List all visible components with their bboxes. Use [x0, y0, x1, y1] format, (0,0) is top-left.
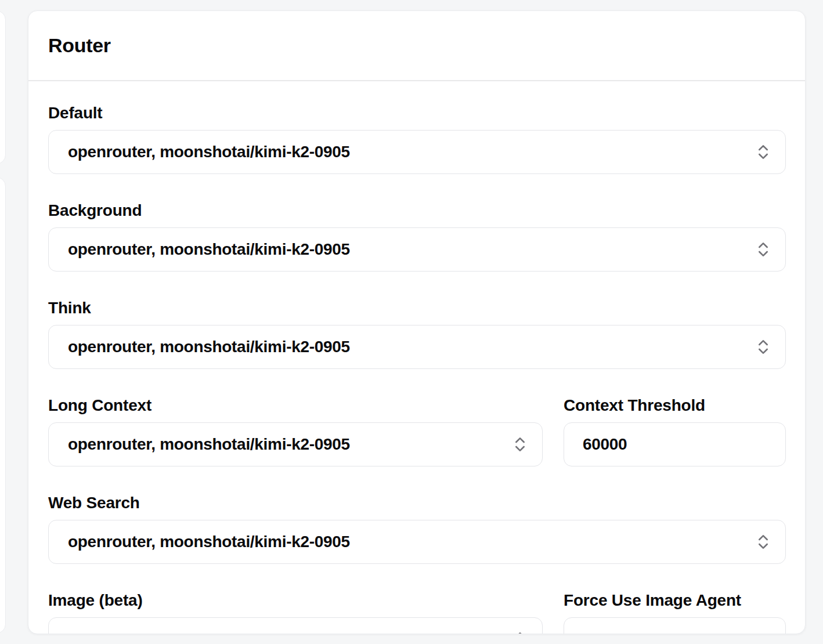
chevrons-up-down-icon [754, 533, 773, 551]
card-content: Default openrouter, moonshotai/kimi-k2-0… [28, 81, 805, 634]
router-settings-card: Router Default openrouter, moonshotai/ki… [28, 10, 806, 634]
think-label: Think [48, 298, 786, 318]
think-model-select[interactable]: openrouter, moonshotai/kimi-k2-0905 [48, 325, 786, 369]
default-model-value: openrouter, moonshotai/kimi-k2-0905 [68, 143, 350, 161]
field-group-think: Think openrouter, moonshotai/kimi-k2-090… [48, 298, 786, 369]
field-group-image: Image (beta) [48, 591, 543, 634]
card-header: Router [28, 11, 805, 81]
force-use-image-agent-select[interactable] [564, 617, 786, 634]
long-context-label: Long Context [48, 396, 543, 415]
web-search-model-value: openrouter, moonshotai/kimi-k2-0905 [68, 533, 350, 551]
background-model-value: openrouter, moonshotai/kimi-k2-0905 [68, 240, 350, 259]
partial-card-left-bottom [0, 177, 6, 634]
long-context-model-select[interactable]: openrouter, moonshotai/kimi-k2-0905 [48, 422, 543, 466]
background-label: Background [48, 201, 786, 220]
field-row-image: Image (beta) Force Use Image Agent [48, 591, 786, 634]
long-context-model-value: openrouter, moonshotai/kimi-k2-0905 [68, 435, 350, 454]
field-group-web-search: Web Search openrouter, moonshotai/kimi-k… [48, 493, 786, 564]
field-row-long-context: Long Context openrouter, moonshotai/kimi… [48, 396, 786, 466]
image-model-select[interactable] [48, 617, 543, 634]
background-model-select[interactable]: openrouter, moonshotai/kimi-k2-0905 [48, 227, 786, 272]
field-group-default: Default openrouter, moonshotai/kimi-k2-0… [48, 103, 786, 174]
page-title: Router [48, 34, 111, 57]
context-threshold-label: Context Threshold [564, 396, 786, 415]
web-search-label: Web Search [48, 493, 786, 513]
page: Router Default openrouter, moonshotai/ki… [0, 0, 823, 644]
image-label: Image (beta) [48, 591, 543, 610]
field-group-background: Background openrouter, moonshotai/kimi-k… [48, 201, 786, 272]
field-group-context-threshold: Context Threshold [564, 396, 786, 466]
think-model-value: openrouter, moonshotai/kimi-k2-0905 [68, 338, 350, 356]
chevrons-up-down-icon [511, 630, 529, 634]
context-threshold-input[interactable] [564, 422, 786, 466]
field-group-long-context: Long Context openrouter, moonshotai/kimi… [48, 396, 543, 466]
chevrons-up-down-icon [754, 240, 773, 259]
web-search-model-select[interactable]: openrouter, moonshotai/kimi-k2-0905 [48, 520, 786, 564]
field-group-force-use-image-agent: Force Use Image Agent [564, 591, 786, 634]
chevrons-up-down-icon [754, 143, 773, 161]
default-model-select[interactable]: openrouter, moonshotai/kimi-k2-0905 [48, 130, 786, 174]
default-label: Default [48, 103, 786, 123]
force-use-image-agent-label: Force Use Image Agent [564, 591, 786, 610]
partial-card-left-top [0, 10, 6, 164]
chevrons-up-down-icon [511, 435, 529, 454]
chevrons-up-down-icon [754, 338, 773, 356]
